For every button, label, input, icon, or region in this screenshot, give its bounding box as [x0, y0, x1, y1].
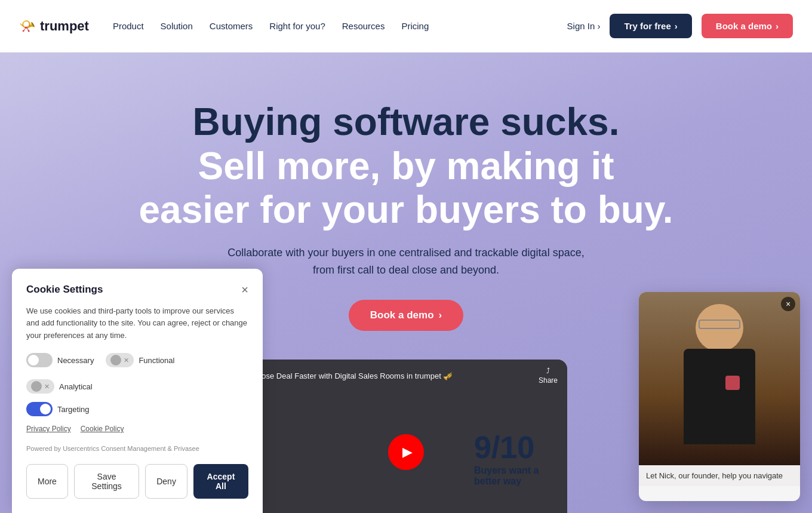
logo-text: trumpet — [40, 19, 89, 34]
nav-pricing[interactable]: Pricing — [401, 21, 429, 31]
hero-video[interactable]: Close Deal Faster with Digital Sales Roo… — [245, 360, 567, 513]
cookie-close-button[interactable]: × — [241, 283, 248, 297]
try-free-button[interactable]: Try for free › — [610, 14, 691, 38]
share-icon: ⤴ — [546, 367, 550, 375]
cookie-policy-link[interactable]: Cookie Policy — [81, 425, 124, 433]
book-demo-nav-button[interactable]: Book a demo › — [702, 14, 793, 38]
analytical-label: Analytical — [59, 382, 93, 391]
cookie-body: We use cookies and third-party tools to … — [26, 305, 248, 342]
play-button[interactable] — [388, 434, 424, 470]
nav-resources[interactable]: Resources — [342, 21, 385, 31]
floating-video-caption: Let Nick, our founder, help you navigate — [639, 465, 800, 486]
powered-by-text: Powered by Usercentrics Consent Manageme… — [26, 445, 248, 452]
targeting-label: Targeting — [57, 405, 89, 414]
floating-video-close-button[interactable]: × — [781, 297, 795, 311]
nav-right-for-you[interactable]: Right for you? — [269, 21, 325, 31]
necessary-toggle-group: Necessary — [26, 353, 94, 367]
accept-all-button[interactable]: Accept All — [193, 464, 248, 499]
navbar: 📯 trumpet Product Solution Customers Rig… — [0, 0, 812, 53]
deny-button[interactable]: Deny — [145, 464, 187, 499]
more-button[interactable]: More — [26, 464, 68, 499]
targeting-slider — [26, 402, 53, 416]
functional-x-icon: ✕ — [124, 357, 129, 364]
cookie-actions: More Save Settings Deny Accept All — [26, 464, 248, 499]
analytical-x-icon: ✕ — [44, 383, 50, 391]
analytical-toggle[interactable]: ✕ — [26, 379, 54, 394]
video-title-text: Close Deal Faster with Digital Sales Roo… — [254, 371, 453, 380]
targeting-toggle-group: Targeting — [26, 402, 89, 416]
privacy-policy-link[interactable]: Privacy Policy — [26, 425, 71, 433]
targeting-toggle-row: Targeting — [26, 402, 248, 416]
cookie-links: Privacy Policy Cookie Policy — [26, 425, 248, 433]
video-title-bar: Close Deal Faster with Digital Sales Roo… — [245, 367, 567, 385]
functional-dot — [110, 355, 121, 365]
nav-links: Product Solution Customers Right for you… — [113, 21, 567, 31]
save-settings-button[interactable]: Save Settings — [74, 464, 139, 499]
hero-subtitle: Collaborate with your buyers in one cent… — [227, 244, 584, 279]
floating-video-widget: × Let Nick, our founder, help you naviga… — [639, 292, 800, 501]
necessary-toggle[interactable] — [26, 353, 53, 367]
arrow-icon: › — [439, 309, 442, 321]
cookie-banner: Cookie Settings × We use cookies and thi… — [12, 269, 263, 513]
analytical-toggle-group: ✕ Analytical — [26, 379, 93, 394]
sign-in-link[interactable]: Sign In › — [567, 21, 601, 31]
cookie-toggles: Necessary ✕ Functional ✕ Analytical — [26, 353, 248, 394]
nav-solution[interactable]: Solution — [161, 21, 193, 31]
founder-video-thumbnail[interactable] — [639, 292, 800, 465]
nav-right: Sign In › Try for free › Book a demo › — [567, 14, 793, 38]
functional-toggle-group: ✕ Functional — [106, 353, 174, 367]
hero-title: Buying software sucks. Sell more, by mak… — [139, 100, 673, 232]
cookie-title: Cookie Settings — [26, 284, 103, 296]
book-demo-hero-button[interactable]: Book a demo › — [349, 300, 463, 331]
trumpet-icon: 📯 — [19, 19, 35, 34]
video-share[interactable]: ⤴ Share — [539, 367, 558, 385]
functional-label: Functional — [139, 356, 174, 365]
targeting-toggle[interactable] — [26, 402, 53, 416]
nav-customers[interactable]: Customers — [210, 21, 253, 31]
necessary-label: Necessary — [57, 356, 94, 365]
logo[interactable]: 📯 trumpet — [19, 19, 89, 34]
analytical-dot — [31, 381, 42, 392]
necessary-slider — [26, 353, 53, 367]
cookie-header: Cookie Settings × — [26, 283, 248, 297]
nav-product[interactable]: Product — [113, 21, 144, 31]
video-stats: 9/10 Buyers want a better way — [474, 429, 558, 487]
functional-toggle[interactable]: ✕ — [106, 353, 134, 367]
